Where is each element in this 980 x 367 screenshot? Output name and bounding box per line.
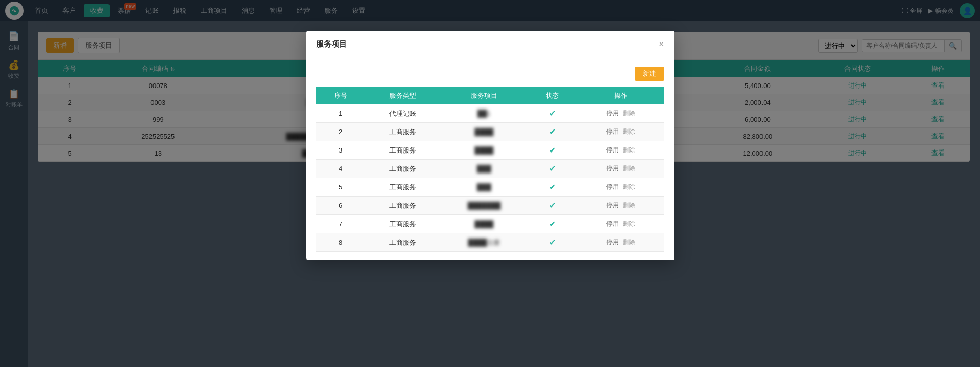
status-check-icon: ✔ [549,109,556,118]
status-check-icon: ✔ [549,164,556,173]
service-items-table: 序号服务类型服务项目状态操作 1代理记账██1✔停用删除2工商服务████✔停用… [316,87,664,252]
dialog-seq-cell: 8 [316,233,365,252]
dialog-table-row: 5工商服务███✔停用删除 [316,178,664,197]
dialog-action-cell: 停用删除 [577,160,664,178]
dialog-status-cell: ✔ [528,160,577,178]
delete-button[interactable]: 删除 [621,237,637,248]
status-check-icon: ✔ [549,201,556,210]
blurred-item: ██1 [477,110,491,117]
dialog-status-cell: ✔ [528,197,577,215]
dialog-col-状态: 状态 [528,87,577,104]
disable-button[interactable]: 停用 [604,182,621,192]
status-check-icon: ✔ [549,146,556,155]
dialog-status-cell: ✔ [528,215,577,233]
dialog-action-cell: 停用删除 [577,197,664,215]
dialog-status-cell: ✔ [528,141,577,160]
blurred-item: ████ [474,128,493,136]
dialog-action-cell: 停用删除 [577,215,664,233]
modal-overlay[interactable]: 服务项目 × 新建 序号服务类型服务项目状态操作 1代理记账██1✔停用删除2工… [0,0,980,367]
dialog-type-cell: 工商服务 [365,160,441,178]
disable-button[interactable]: 停用 [604,219,621,229]
dialog-table-body: 1代理记账██1✔停用删除2工商服务████✔停用删除3工商服务████✔停用删… [316,104,664,252]
dialog-item-cell: ████注册 [441,233,528,252]
dialog-seq-cell: 1 [316,104,365,123]
disable-button[interactable]: 停用 [604,145,621,156]
status-check-icon: ✔ [549,183,556,191]
dialog-new-button[interactable]: 新建 [635,67,664,81]
dialog-item-cell: ███████ [441,197,528,215]
dialog-col-服务类型: 服务类型 [365,87,441,104]
delete-button[interactable]: 删除 [621,108,637,119]
dialog-action-cell: 停用删除 [577,141,664,160]
status-check-icon: ✔ [549,220,556,228]
dialog-table-header: 序号服务类型服务项目状态操作 [316,87,664,104]
dialog-item-cell: ████ [441,141,528,160]
dialog-item-cell: ████ [441,123,528,141]
disable-button[interactable]: 停用 [604,200,621,211]
blurred-item: ███ [477,165,491,172]
dialog-table-row: 8工商服务████注册✔停用删除 [316,233,664,252]
service-items-dialog: 服务项目 × 新建 序号服务类型服务项目状态操作 1代理记账██1✔停用删除2工… [306,31,674,260]
dialog-table-row: 6工商服务███████✔停用删除 [316,197,664,215]
delete-button[interactable]: 删除 [621,200,637,211]
dialog-item-cell: ████ [441,215,528,233]
dialog-table-row: 4工商服务███✔停用删除 [316,160,664,178]
disable-button[interactable]: 停用 [604,108,621,119]
delete-button[interactable]: 删除 [621,219,637,229]
dialog-header: 服务项目 × [306,31,674,58]
blurred-item: ███████ [468,202,500,209]
dialog-item-cell: ███ [441,160,528,178]
dialog-type-cell: 工商服务 [365,178,441,197]
dialog-col-操作: 操作 [577,87,664,104]
dialog-seq-cell: 5 [316,178,365,197]
dialog-type-cell: 代理记账 [365,104,441,123]
dialog-seq-cell: 3 [316,141,365,160]
blurred-item: ████ [474,146,493,154]
dialog-table-row: 2工商服务████✔停用删除 [316,123,664,141]
dialog-table-row: 7工商服务████✔停用删除 [316,215,664,233]
dialog-item-cell: ███ [441,178,528,197]
dialog-seq-cell: 4 [316,160,365,178]
dialog-toolbar: 新建 [316,67,664,81]
dialog-seq-cell: 2 [316,123,365,141]
dialog-action-cell: 停用删除 [577,233,664,252]
dialog-type-cell: 工商服务 [365,215,441,233]
dialog-seq-cell: 6 [316,197,365,215]
dialog-body: 新建 序号服务类型服务项目状态操作 1代理记账██1✔停用删除2工商服务████… [306,58,674,260]
disable-button[interactable]: 停用 [604,126,621,137]
dialog-action-cell: 停用删除 [577,123,664,141]
dialog-type-cell: 工商服务 [365,197,441,215]
dialog-type-cell: 工商服务 [365,233,441,252]
delete-button[interactable]: 删除 [621,145,637,156]
dialog-status-cell: ✔ [528,178,577,197]
dialog-status-cell: ✔ [528,123,577,141]
dialog-seq-cell: 7 [316,215,365,233]
dialog-item-cell: ██1 [441,104,528,123]
dialog-status-cell: ✔ [528,104,577,123]
delete-button[interactable]: 删除 [621,126,637,137]
blurred-item: ████注册 [468,238,500,247]
dialog-title: 服务项目 [316,39,347,49]
blurred-item: ████ [474,220,493,228]
dialog-type-cell: 工商服务 [365,141,441,160]
dialog-action-cell: 停用删除 [577,104,664,123]
dialog-close-button[interactable]: × [659,39,664,50]
dialog-table-row: 3工商服务████✔停用删除 [316,141,664,160]
status-check-icon: ✔ [549,127,556,136]
disable-button[interactable]: 停用 [604,237,621,248]
dialog-table-row: 1代理记账██1✔停用删除 [316,104,664,123]
dialog-type-cell: 工商服务 [365,123,441,141]
status-check-icon: ✔ [549,238,556,247]
dialog-action-cell: 停用删除 [577,178,664,197]
dialog-status-cell: ✔ [528,233,577,252]
disable-button[interactable]: 停用 [604,163,621,174]
dialog-col-服务项目: 服务项目 [441,87,528,104]
delete-button[interactable]: 删除 [621,163,637,174]
dialog-col-序号: 序号 [316,87,365,104]
delete-button[interactable]: 删除 [621,182,637,192]
blurred-item: ███ [477,183,491,191]
